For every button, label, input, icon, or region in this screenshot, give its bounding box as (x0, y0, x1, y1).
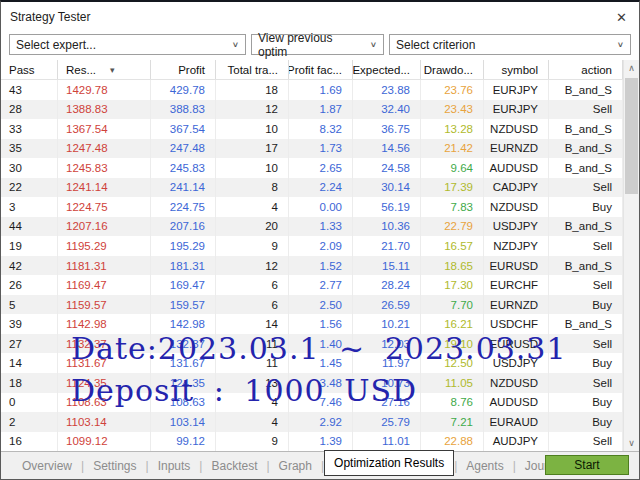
cell-action: B_and_S (549, 80, 623, 100)
table-row[interactable]: 331367.54367.54108.3236.7513.28NZDUSDB_a… (1, 119, 623, 139)
cell-symbol: EURJPY (484, 100, 549, 120)
cell-expected-payoff: 21.70 (353, 236, 421, 256)
column-header-label: symbol (502, 64, 538, 76)
cell-expected-payoff: 10.73 (353, 373, 421, 393)
table-row[interactable]: 431429.78429.78181.6923.8823.76EURJPYB_a… (1, 80, 623, 100)
table-row[interactable]: 351247.48247.48171.7314.5621.42EURNZDB_a… (1, 139, 623, 159)
scrollbar-thumb[interactable] (625, 78, 638, 194)
toolbar: Select expert... ∨ View previous optim ∨… (1, 32, 639, 60)
cell-drawdown: 23.43 (421, 100, 484, 120)
column-header-action[interactable]: action (549, 60, 623, 79)
cell-total-trades: 6 (216, 295, 289, 315)
table-row[interactable]: 181124.35124.35133.4810.7311.05NZDUSDSel… (1, 373, 623, 393)
cell-pass: 14 (1, 353, 58, 373)
cell-result: 1099.12 (58, 432, 151, 452)
cell-symbol: AUDUSD (484, 158, 549, 178)
table-row[interactable]: 421181.31181.31121.5215.1118.65EURUSDB_a… (1, 256, 623, 276)
column-header-symbol[interactable]: symbol (484, 60, 549, 79)
table-row[interactable]: 271132.37132.37111.4012.0319.10EURUSDSel… (1, 334, 623, 354)
table-row[interactable]: 191195.29195.2992.0921.7016.57NZDJPYSell (1, 236, 623, 256)
column-header-profit[interactable]: Profit (151, 60, 216, 79)
cell-profit-factor: 1.33 (289, 217, 353, 237)
table-row[interactable]: 221241.14241.1482.2430.1417.39CADJPYSell (1, 178, 623, 198)
criterion-select[interactable]: Select criterion ∨ (389, 34, 631, 55)
cell-total-trades: 11 (216, 353, 289, 373)
cell-profit: 245.83 (151, 158, 216, 178)
cell-result: 1103.14 (58, 412, 151, 432)
table-row[interactable]: 21103.14103.1442.9225.797.21EURAUDBuy (1, 412, 623, 432)
column-header-expected-payoff[interactable]: Expected... (353, 60, 421, 79)
column-header-result[interactable]: Res...▾ (58, 60, 151, 79)
cell-total-trades: 10 (216, 119, 289, 139)
expert-select[interactable]: Select expert... ∨ (9, 34, 246, 55)
tab-settings[interactable]: Settings (84, 456, 145, 476)
cell-drawdown: 16.21 (421, 314, 484, 334)
column-header-profit-factor[interactable]: Profit fac... (289, 60, 353, 79)
table-row[interactable]: 161099.1299.1291.3911.0122.88AUDJPYSell (1, 432, 623, 452)
cell-result: 1132.37 (58, 334, 151, 354)
cell-drawdown: 22.79 (421, 217, 484, 237)
tab-optimization-results[interactable]: Optimization Results (324, 450, 454, 476)
chevron-down-icon: ∨ (370, 40, 377, 49)
previous-optimization-select[interactable]: View previous optim ∨ (251, 34, 384, 55)
vertical-scrollbar[interactable]: ∧ ∨ (623, 60, 639, 451)
column-header-pass[interactable]: Pass (1, 60, 58, 79)
cell-profit: 103.14 (151, 412, 216, 432)
cell-drawdown: 21.42 (421, 139, 484, 159)
cell-result: 1429.78 (58, 80, 151, 100)
cell-expected-payoff: 25.79 (353, 412, 421, 432)
cell-action: B_and_S (549, 314, 623, 334)
table-row[interactable]: 301245.83245.83102.6524.589.64AUDUSDB_an… (1, 158, 623, 178)
cell-action: Sell (549, 334, 623, 354)
table-row[interactable]: 281388.83388.83121.8732.4023.43EURJPYSel… (1, 100, 623, 120)
cell-result: 1224.75 (58, 197, 151, 217)
cell-total-trades: 17 (216, 139, 289, 159)
tab-overview[interactable]: Overview (13, 456, 81, 476)
table-row[interactable]: 31224.75224.7540.0056.197.83NZDUSDBuy (1, 197, 623, 217)
window-title: Strategy Tester (10, 10, 90, 24)
table-row[interactable]: 51159.57159.5762.5026.597.70EURNZDBuy (1, 295, 623, 315)
cell-pass: 22 (1, 178, 58, 198)
table-row[interactable]: 141131.67131.67111.4511.9712.50USDJPYBuy (1, 353, 623, 373)
cell-total-trades: 13 (216, 373, 289, 393)
cell-symbol: EURNZD (484, 139, 549, 159)
close-icon[interactable]: ✕ (616, 11, 627, 24)
cell-action: Sell (549, 178, 623, 198)
tab-inputs[interactable]: Inputs (149, 456, 200, 476)
column-header-drawdown[interactable]: Drawdo... (421, 60, 484, 79)
table-row[interactable]: 391142.98142.98141.5610.2116.21USDCHFB_a… (1, 314, 623, 334)
cell-drawdown: 11.05 (421, 373, 484, 393)
cell-result: 1124.35 (58, 373, 151, 393)
tab-graph[interactable]: Graph (270, 456, 321, 476)
cell-profit: 207.16 (151, 217, 216, 237)
cell-profit: 132.37 (151, 334, 216, 354)
cell-symbol: CADJPY (484, 178, 549, 198)
cell-expected-payoff: 11.01 (353, 432, 421, 452)
cell-pass: 30 (1, 158, 58, 178)
cell-pass: 5 (1, 295, 58, 315)
table-row[interactable]: 01108.63108.6347.4627.168.76AUDUSDBuy (1, 393, 623, 413)
start-button[interactable]: Start (545, 455, 629, 475)
scroll-up-icon[interactable]: ∧ (624, 60, 639, 76)
cell-profit: 241.14 (151, 178, 216, 198)
cell-drawdown: 22.88 (421, 432, 484, 452)
cell-drawdown: 13.28 (421, 119, 484, 139)
cell-total-trades: 4 (216, 197, 289, 217)
cell-profit: 367.54 (151, 119, 216, 139)
scroll-down-icon[interactable]: ∨ (624, 435, 639, 451)
title-bar: Strategy Tester ✕ (1, 2, 639, 32)
cell-result: 1181.31 (58, 256, 151, 276)
cell-result: 1241.14 (58, 178, 151, 198)
column-header-label: Drawdo... (424, 64, 473, 76)
cell-expected-payoff: 36.75 (353, 119, 421, 139)
column-header-total-trades[interactable]: Total tra... (216, 60, 289, 79)
cell-action: Sell (549, 432, 623, 452)
tab-agents[interactable]: Agents (457, 456, 512, 476)
cell-drawdown: 7.83 (421, 197, 484, 217)
table-row[interactable]: 261169.47169.4762.7728.2417.30EURCHFSell (1, 275, 623, 295)
cell-expected-payoff: 26.59 (353, 295, 421, 315)
tab-backtest[interactable]: Backtest (202, 456, 266, 476)
table-row[interactable]: 441207.16207.16201.3310.3622.79USDJPYB_a… (1, 217, 623, 237)
cell-symbol: EURJPY (484, 80, 549, 100)
cell-pass: 3 (1, 197, 58, 217)
